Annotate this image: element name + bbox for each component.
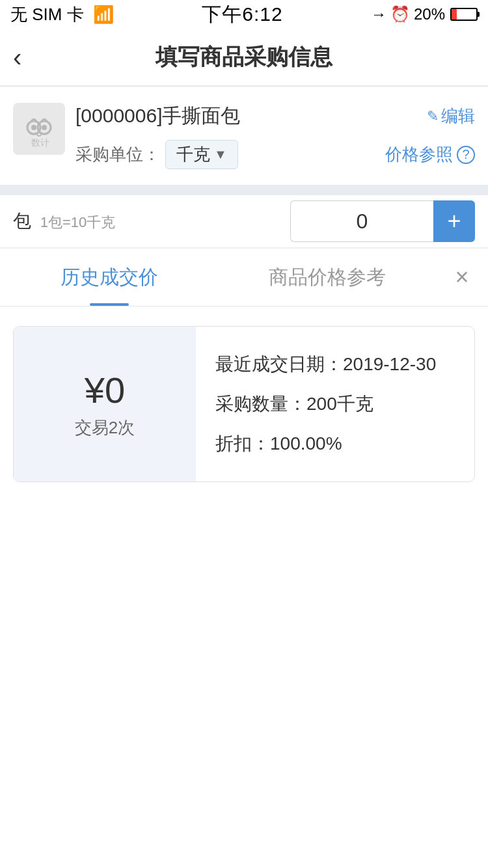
purchase-qty-value: 200千克 [306,394,373,414]
history-details-section: 最近成交日期：2019-12-30 采购数量：200千克 折扣：100.00% [196,327,474,481]
price-ref-label: 价格参照 [385,143,453,166]
quantity-unit: 包 1包=10千克 [13,209,115,234]
tab-history-price[interactable]: 历史成交价 [0,249,218,306]
product-name-row: [0000006]手撕面包 ✎ 编辑 [75,103,475,129]
status-bar: 无 SIM 卡 📶 下午6:12 → ⏰ 20% [0,0,488,29]
quantity-section: 包 1包=10千克 0 + [0,195,488,247]
discount-row: 折扣：100.00% [215,429,455,459]
recent-date-value: 2019-12-30 [343,354,436,374]
discount-label: 折扣： [215,433,270,454]
location-icon: → [371,5,386,23]
unit-sub-label: 1包=10千克 [40,214,116,230]
section-divider [0,185,488,195]
recent-date-row: 最近成交日期：2019-12-30 [215,350,455,379]
product-section: 数计 [0000006]手撕面包 ✎ 编辑 采购单位： 千克 ▼ [0,87,488,185]
tab-header: 历史成交价 商品价格参考 × [0,249,488,306]
price-ref-button[interactable]: 价格参照 ? [385,143,475,166]
history-price-section: ¥0 交易2次 [14,327,196,481]
unit-dropdown-icon: ▼ [214,147,227,162]
purchase-qty-row: 采购数量：200千克 [215,390,455,419]
edit-button[interactable]: ✎ 编辑 [427,105,475,128]
history-card: ¥0 交易2次 最近成交日期：2019-12-30 采购数量：200千克 折扣：… [13,326,475,482]
svg-point-3 [42,125,47,130]
edit-label: 编辑 [441,105,475,128]
unit-select[interactable]: 千克 ▼ [165,140,238,169]
product-header: 数计 [0000006]手撕面包 ✎ 编辑 采购单位： 千克 ▼ [13,103,475,169]
help-icon[interactable]: ? [457,146,475,164]
discount-value: 100.00% [270,433,342,454]
tab-close-button[interactable]: × [436,249,488,306]
quantity-input-box: 0 + [290,200,475,242]
history-trade-count: 交易2次 [75,416,135,439]
quantity-plus-button[interactable]: + [433,200,475,242]
edit-icon: ✎ [427,108,439,125]
tab-content-history: ¥0 交易2次 最近成交日期：2019-12-30 采购数量：200千克 折扣：… [0,306,488,502]
history-price-value: ¥0 [85,369,125,411]
tab-panel: 历史成交价 商品价格参考 × ¥0 交易2次 最近成交日期：2019-12-30… [0,249,488,502]
svg-point-2 [31,125,36,130]
product-info: [0000006]手撕面包 ✎ 编辑 采购单位： 千克 ▼ 价格参照 [75,103,475,169]
purchase-qty-label: 采购数量： [215,394,306,414]
unit-label: 采购单位： 千克 ▼ [75,140,238,169]
nav-bar: ‹ 填写商品采购信息 [0,29,488,86]
product-logo: 数计 [13,103,65,155]
recent-date-label: 最近成交日期： [215,354,343,374]
back-button[interactable]: ‹ [13,44,21,70]
status-right: → ⏰ 20% [371,5,478,23]
svg-text:数计: 数计 [31,137,49,148]
tab-product-price-ref[interactable]: 商品价格参考 [218,249,436,306]
status-time: 下午6:12 [202,1,282,28]
alarm-icon: ⏰ [390,5,410,23]
unit-value: 千克 [176,143,210,166]
battery-percent: 20% [414,5,445,23]
page-rest [0,502,488,868]
status-left: 无 SIM 卡 📶 [10,3,114,26]
battery-icon [450,8,478,21]
product-unit-row: 采购单位： 千克 ▼ 价格参照 ? [75,140,475,169]
product-name: [0000006]手撕面包 [75,103,240,129]
quantity-value[interactable]: 0 [290,200,433,242]
page-title: 填写商品采购信息 [156,42,332,72]
